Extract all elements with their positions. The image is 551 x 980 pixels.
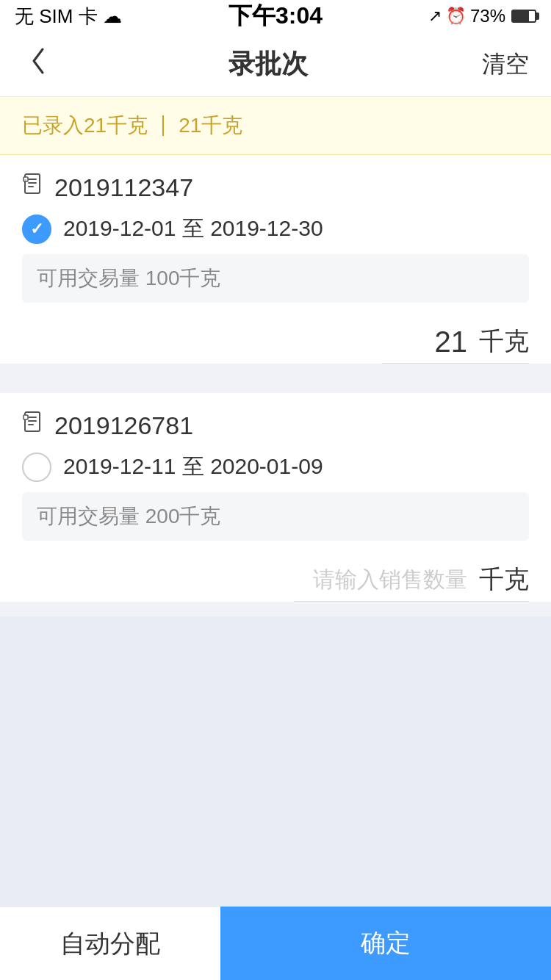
summary-label: 已录入21千克 (22, 112, 148, 140)
batch-date-row-1: 2019-12-01 至 2019-12-30 (0, 209, 551, 254)
batch-radio-2[interactable] (22, 453, 51, 482)
confirm-button[interactable]: 确定 (220, 907, 551, 980)
quantity-value-1[interactable]: 21 (435, 325, 468, 359)
batch-date-row-2: 2019-12-11 至 2020-01-09 (0, 447, 551, 492)
back-button[interactable] (22, 39, 54, 90)
svg-rect-7 (28, 417, 37, 418)
batch-id-2: 2019126781 (54, 411, 193, 440)
batch-radio-1[interactable] (22, 215, 51, 244)
quantity-unit-2: 千克 (479, 563, 529, 597)
summary-bar: 已录入21千克 21千克 (0, 97, 551, 155)
quantity-area-1: 21 千克 (0, 317, 551, 359)
sim-label: 无 SIM 卡 ☁ (15, 4, 122, 29)
batch-date-1: 2019-12-01 至 2019-12-30 (63, 214, 323, 244)
location-icon: ↗ (428, 7, 442, 26)
svg-rect-1 (28, 179, 37, 180)
clear-button[interactable]: 清空 (482, 48, 529, 81)
available-qty-1: 可用交易量 100千克 (22, 254, 529, 303)
summary-divider (162, 115, 164, 136)
quantity-unit-1: 千克 (479, 325, 529, 359)
quantity-underline-2 (294, 601, 529, 602)
svg-rect-2 (28, 182, 37, 184)
batch-doc-icon-2 (22, 411, 46, 440)
quantity-area-2: 请输入销售数量 千克 (0, 555, 551, 597)
alarm-icon: ⏰ (446, 7, 466, 26)
bottom-actions: 自动分配 确定 (0, 907, 551, 980)
batch-item-1: ≡ 2019112347 2019-12-01 至 2019-12-30 可用交… (0, 155, 551, 364)
batch-date-2: 2019-12-11 至 2020-01-09 (63, 452, 323, 482)
svg-rect-10 (24, 415, 28, 419)
battery-icon (511, 10, 536, 23)
nav-bar: 录批次 清空 (0, 32, 551, 97)
svg-rect-9 (28, 424, 34, 425)
auto-distribute-button[interactable]: 自动分配 (0, 907, 220, 980)
batch-header-1: ≡ 2019112347 (0, 155, 551, 209)
available-qty-2: 可用交易量 200千克 (22, 492, 529, 541)
status-time: 下午3:04 (228, 0, 323, 32)
status-bar: 无 SIM 卡 ☁ 下午3:04 ↗ ⏰ 73% (0, 0, 551, 32)
svg-rect-8 (28, 420, 37, 422)
battery-text: 73% (470, 6, 505, 26)
status-right: ↗ ⏰ 73% (428, 6, 536, 26)
quantity-underline-1 (382, 363, 529, 364)
batch-id-1: 2019112347 (54, 173, 193, 202)
page-title: 录批次 (228, 46, 308, 82)
batch-header-2: 2019126781 (0, 393, 551, 447)
status-left: 无 SIM 卡 ☁ (15, 4, 122, 29)
batch-doc-icon-1: ≡ (22, 173, 46, 202)
quantity-placeholder-2[interactable]: 请输入销售数量 (313, 565, 467, 595)
svg-rect-3 (28, 186, 34, 187)
batch-item-2: 2019126781 2019-12-11 至 2020-01-09 可用交易量… (0, 393, 551, 602)
separator-1 (0, 378, 551, 393)
scroll-area: ≡ 2019112347 2019-12-01 至 2019-12-30 可用交… (0, 155, 551, 965)
svg-text:≡: ≡ (25, 178, 27, 182)
summary-value: 21千克 (179, 112, 242, 140)
